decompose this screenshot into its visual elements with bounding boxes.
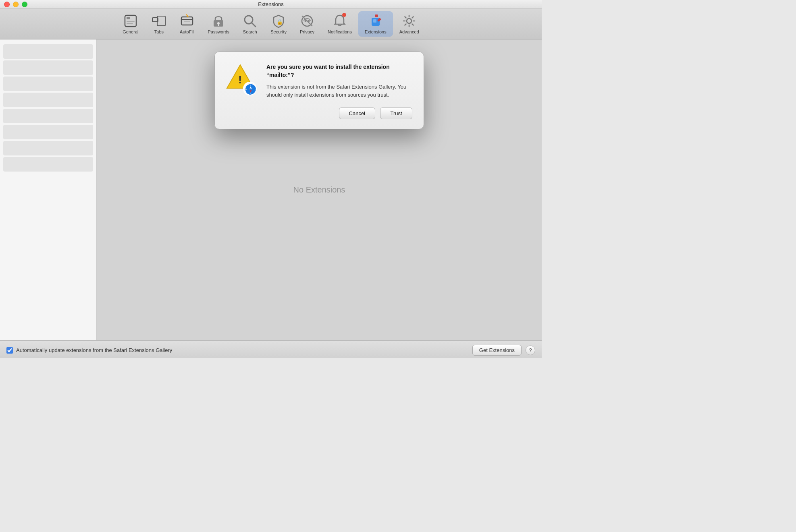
maximize-button[interactable] [22,2,27,7]
modal-body: This extension is not from the Safari Ex… [266,83,412,99]
toolbar-item-extensions[interactable]: Extensions [358,11,393,37]
sidebar-row-8 [3,157,93,172]
safari-badge: N S E W [243,82,257,95]
privacy-icon [300,14,314,28]
sidebar-row-1 [3,44,93,59]
svg-text:N: N [250,84,251,86]
svg-point-11 [217,22,220,25]
sidebar-row-7 [3,141,93,155]
passwords-icon [211,14,226,28]
svg-line-14 [252,23,256,27]
modal-content: ! [226,63,412,99]
sidebar-row-5 [3,109,93,123]
passwords-label: Passwords [208,29,229,34]
search-icon [243,14,257,28]
bottom-buttons: Get Extensions ? [472,345,535,356]
svg-rect-2 [127,21,135,22]
checkbox-area: Automatically update extensions from the… [6,347,472,354]
svg-point-23 [407,19,412,23]
svg-text:E: E [255,88,256,90]
svg-text:🔒: 🔒 [276,19,283,25]
svg-rect-7 [181,17,193,25]
toolbar-item-notifications[interactable]: Notifications [321,11,358,37]
tabs-icon [152,14,166,28]
notifications-icon [333,14,347,28]
window-title: Extensions [258,1,284,7]
sidebar [0,39,97,340]
minimize-button[interactable] [13,2,19,7]
svg-text:S: S [250,92,251,94]
main-content: No Extensions ! [0,39,542,340]
extensions-icon [368,14,383,28]
notification-badge [342,13,346,17]
security-icon: 🔒 [271,14,286,28]
toolbar-item-passwords[interactable]: Passwords [201,11,236,37]
close-button[interactable] [4,2,10,7]
bottom-bar: Automatically update extensions from the… [0,340,542,358]
advanced-label: Advanced [399,29,419,34]
auto-update-label: Automatically update extensions from the… [16,347,172,353]
modal-icon-area: ! [226,63,258,95]
toolbar: General Tabs AutoFill [0,9,542,39]
sidebar-row-4 [3,93,93,107]
modal-title: Are you sure you want to install the ext… [266,63,412,79]
sidebar-row-6 [3,125,93,139]
svg-text:!: ! [238,73,242,86]
general-icon [123,14,138,28]
title-bar: Extensions [0,0,542,9]
toolbar-item-tabs[interactable]: Tabs [145,11,173,37]
svg-text:W: W [245,88,247,90]
help-button[interactable]: ? [526,346,535,355]
autofill-label: AutoFill [180,29,195,34]
get-extensions-button[interactable]: Get Extensions [472,345,522,356]
toolbar-item-privacy[interactable]: Privacy [293,11,321,37]
autofill-icon [180,14,194,28]
trust-button[interactable]: Trust [380,108,412,119]
modal-text: Are you sure you want to install the ext… [266,63,412,99]
tabs-label: Tabs [154,29,164,34]
sidebar-row-3 [3,77,93,91]
search-label: Search [243,29,257,34]
security-label: Security [270,29,287,34]
modal-overlay: ! [97,39,542,340]
notifications-label: Notifications [328,29,352,34]
cancel-button[interactable]: Cancel [339,108,375,119]
toolbar-item-advanced[interactable]: Advanced [393,11,426,37]
traffic-lights [4,2,27,7]
general-label: General [123,29,138,34]
privacy-label: Privacy [300,29,314,34]
toolbar-item-autofill[interactable]: AutoFill [173,11,201,37]
modal-buttons: Cancel Trust [226,108,412,119]
toolbar-item-search[interactable]: Search [236,11,264,37]
content-area: No Extensions ! [97,39,542,340]
toolbar-item-general[interactable]: General [116,11,145,37]
install-extension-modal: ! [214,52,424,129]
svg-rect-1 [127,17,130,19]
extensions-label: Extensions [365,29,387,34]
svg-rect-22 [373,19,376,23]
toolbar-item-security[interactable]: 🔒 Security [264,11,293,37]
auto-update-checkbox[interactable] [6,347,13,354]
advanced-icon [402,14,416,28]
svg-rect-20 [375,14,378,17]
sidebar-row-2 [3,60,93,75]
svg-rect-3 [127,23,133,24]
